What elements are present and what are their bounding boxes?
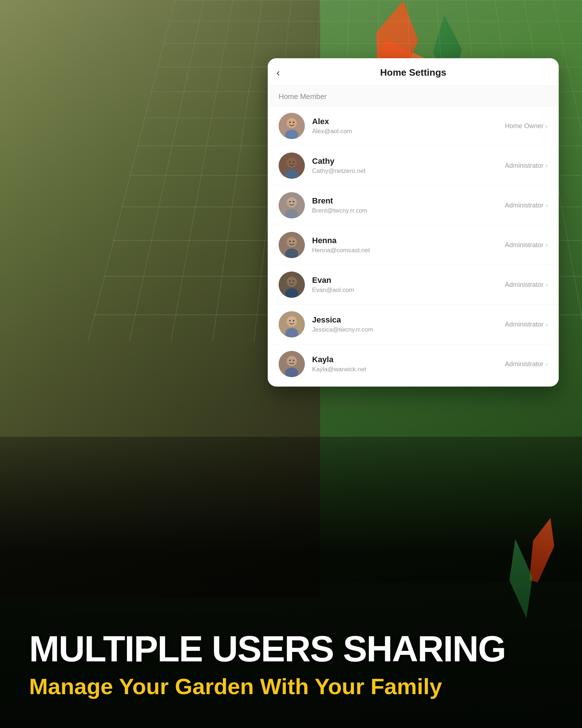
member-name-evan: Evan	[312, 276, 505, 285]
sub-headline: Manage Your Garden With Your Family	[29, 674, 553, 699]
svg-point-24	[293, 280, 294, 282]
member-role-alex: Home Owner›	[505, 122, 548, 130]
member-email-evan: Evan@aol.com	[312, 286, 505, 294]
member-role-evan: Administrator›	[505, 281, 548, 289]
member-info-evan: EvanEvan@aol.com	[312, 276, 505, 294]
svg-point-23	[289, 280, 291, 282]
content-wrapper: ‹ Home Settings Home Member AlexAlex@aol…	[0, 0, 582, 728]
member-info-kayla: KaylaKayla@warwick.net	[312, 355, 505, 373]
member-row-alex[interactable]: AlexAlex@aol.comHome Owner›	[268, 106, 559, 146]
member-email-henna: Henna@comcast.net	[312, 247, 505, 254]
chevron-icon-alex: ›	[546, 122, 548, 130]
avatar-kayla	[279, 351, 305, 377]
svg-point-9	[293, 161, 294, 163]
svg-point-11	[287, 197, 297, 207]
chevron-icon-brent: ›	[546, 202, 548, 209]
member-role-label-kayla: Administrator	[505, 360, 543, 368]
svg-point-14	[293, 201, 294, 202]
member-role-cathy: Administrator›	[505, 162, 548, 170]
avatar-evan	[279, 272, 305, 298]
svg-point-21	[287, 277, 297, 287]
avatar-cathy	[279, 153, 305, 179]
member-role-label-henna: Administrator	[505, 241, 543, 249]
svg-point-4	[293, 122, 294, 123]
member-email-kayla: Kayla@warwick.net	[312, 366, 505, 373]
main-headline: MULTIPLE USERS SHARING	[29, 630, 553, 667]
member-row-jessica[interactable]: JessicaJessica@twcny.rr.comAdministrator…	[268, 305, 559, 344]
member-role-brent: Administrator›	[505, 202, 548, 209]
svg-point-28	[289, 320, 291, 321]
svg-point-31	[287, 356, 297, 366]
svg-point-33	[289, 360, 291, 361]
chevron-icon-kayla: ›	[546, 360, 548, 368]
home-settings-card: ‹ Home Settings Home Member AlexAlex@aol…	[268, 58, 559, 387]
member-info-brent: BrentBrent@twcny.rr.com	[312, 196, 505, 214]
member-row-brent[interactable]: BrentBrent@twcny.rr.comAdministrator›	[268, 186, 559, 225]
member-info-jessica: JessicaJessica@twcny.rr.com	[312, 315, 505, 333]
member-list: AlexAlex@aol.comHome Owner› CathyCathy@n…	[268, 106, 559, 384]
member-name-kayla: Kayla	[312, 355, 505, 364]
svg-point-26	[287, 316, 297, 327]
svg-point-18	[289, 241, 291, 242]
member-email-alex: Alex@aol.com	[312, 128, 505, 135]
member-name-henna: Henna	[312, 236, 505, 245]
member-info-alex: AlexAlex@aol.com	[312, 117, 505, 135]
avatar-brent	[279, 192, 305, 218]
member-name-jessica: Jessica	[312, 315, 505, 325]
member-row-cathy[interactable]: CathyCathy@netzero.netAdministrator›	[268, 146, 559, 186]
svg-point-16	[287, 237, 297, 247]
member-info-henna: HennaHenna@comcast.net	[312, 236, 505, 254]
member-role-label-cathy: Administrator	[505, 162, 543, 170]
bottom-section: MULTIPLE USERS SHARING Manage Your Garde…	[0, 609, 582, 728]
svg-point-8	[289, 161, 291, 163]
member-name-cathy: Cathy	[312, 157, 505, 166]
member-row-henna[interactable]: HennaHenna@comcast.netAdministrator›	[268, 225, 559, 265]
chevron-icon-jessica: ›	[546, 321, 548, 328]
svg-point-13	[289, 201, 291, 202]
back-button[interactable]: ‹	[276, 68, 280, 78]
member-role-label-alex: Home Owner	[505, 122, 543, 130]
member-role-jessica: Administrator›	[505, 321, 548, 328]
section-label: Home Member	[268, 86, 559, 106]
chevron-icon-henna: ›	[546, 241, 548, 249]
member-row-evan[interactable]: EvanEvan@aol.comAdministrator›	[268, 265, 559, 305]
svg-point-19	[293, 241, 294, 242]
svg-point-1	[287, 118, 297, 128]
card-header: ‹ Home Settings	[268, 58, 559, 86]
svg-point-34	[293, 360, 294, 361]
svg-point-3	[289, 122, 291, 123]
member-name-alex: Alex	[312, 117, 505, 126]
member-email-jessica: Jessica@twcny.rr.com	[312, 326, 505, 333]
svg-point-6	[287, 158, 297, 168]
member-role-henna: Administrator›	[505, 241, 548, 249]
avatar-henna	[279, 232, 305, 258]
svg-point-29	[293, 320, 294, 321]
member-role-label-evan: Administrator	[505, 281, 543, 289]
chevron-icon-cathy: ›	[546, 162, 548, 170]
member-email-brent: Brent@twcny.rr.com	[312, 207, 505, 214]
member-email-cathy: Cathy@netzero.net	[312, 167, 505, 175]
page-title: Home Settings	[380, 67, 446, 78]
member-name-brent: Brent	[312, 196, 505, 206]
avatar-alex	[279, 113, 305, 139]
member-role-kayla: Administrator›	[505, 360, 548, 368]
member-info-cathy: CathyCathy@netzero.net	[312, 157, 505, 175]
avatar-jessica	[279, 311, 305, 337]
member-role-label-jessica: Administrator	[505, 321, 543, 328]
chevron-icon-evan: ›	[546, 281, 548, 289]
member-role-label-brent: Administrator	[505, 202, 543, 209]
member-row-kayla[interactable]: KaylaKayla@warwick.netAdministrator›	[268, 344, 559, 384]
